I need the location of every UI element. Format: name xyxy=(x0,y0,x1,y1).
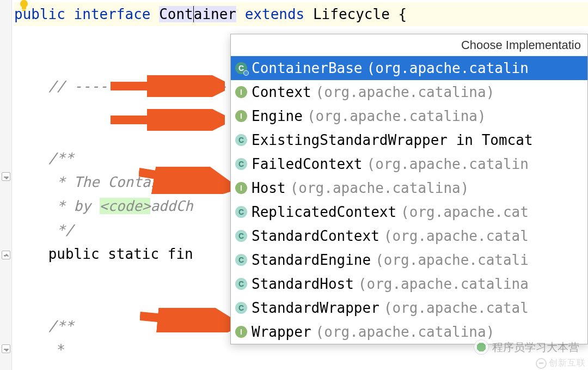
class-icon: C xyxy=(235,230,247,242)
javadoc-open: /** xyxy=(48,318,74,334)
watermark-text: 程序员学习大本营 xyxy=(492,340,579,355)
annotation-arrow xyxy=(139,167,231,194)
item-package: (org.apache.catalin xyxy=(367,156,529,172)
item-package: (org.apache.catalina) xyxy=(316,84,495,100)
popup-title: Choose Implementatio xyxy=(231,34,587,56)
interface-icon: I xyxy=(235,110,247,122)
item-name: StandardWrapper xyxy=(252,300,379,316)
code-tag: <code> xyxy=(100,198,151,214)
brand-logo-icon xyxy=(536,358,547,369)
popup-item[interactable]: CFailedContext (org.apache.catalin xyxy=(231,152,587,176)
interface-icon: I xyxy=(235,86,247,98)
lightbulb-icon[interactable] xyxy=(17,0,30,12)
annotation-arrow xyxy=(111,109,225,131)
svg-line-3 xyxy=(139,172,223,186)
javadoc-close: */ xyxy=(48,222,74,238)
item-package: (org.apache.catalina) xyxy=(316,324,495,340)
item-package: (org.apache.catali xyxy=(375,252,529,268)
keyword: interface xyxy=(74,6,151,22)
interface-icon: I xyxy=(235,182,247,194)
item-name: Context xyxy=(252,84,311,100)
class-icon: C xyxy=(235,134,247,146)
item-name: StandardContext xyxy=(252,228,379,244)
popup-item[interactable]: IHost (org.apache.catalina) xyxy=(231,176,587,200)
choose-implementation-popup: Choose Implementatio CContainerBase (org… xyxy=(230,34,588,344)
text: * by xyxy=(48,198,100,214)
item-name: ReplicatedContext xyxy=(252,204,396,220)
asterisk: * xyxy=(57,342,65,358)
code-line[interactable]: public interface Container extends Lifec… xyxy=(14,2,588,26)
popup-item[interactable]: CContainerBase (org.apache.catalin xyxy=(231,56,587,80)
class-icon: C xyxy=(235,158,247,170)
javadoc-line: * by <code>addCh xyxy=(48,198,193,214)
text-cursor xyxy=(193,6,194,22)
popup-item[interactable]: IContext (org.apache.catalina) xyxy=(231,80,587,104)
item-package: (org.apache.catal xyxy=(384,228,529,244)
annotation-arrow xyxy=(140,308,235,332)
popup-item[interactable]: CStandardContext (org.apache.catal xyxy=(231,224,587,248)
popup-item[interactable]: CStandardWrapper (org.apache.catal xyxy=(231,296,587,320)
class-icon: C xyxy=(235,254,247,266)
item-name: StandardEngine xyxy=(252,252,371,268)
svg-line-4 xyxy=(140,316,227,324)
popup-item[interactable]: CExistingStandardWrapper in Tomcat xyxy=(231,128,587,152)
item-name: ContainerBase xyxy=(252,60,363,76)
item-name: ExistingStandardWrapper in Tomcat xyxy=(252,132,533,148)
brace: { xyxy=(390,6,407,22)
item-package: (org.apache.catalina) xyxy=(290,180,469,196)
svg-rect-0 xyxy=(22,10,26,11)
popup-list: CContainerBase (org.apache.catalinIConte… xyxy=(231,56,587,344)
popup-item[interactable]: CStandardEngine (org.apache.catali xyxy=(231,248,587,272)
item-name: FailedContext xyxy=(252,156,363,172)
identifier: Container xyxy=(159,6,236,22)
item-package: (org.apache.catalina) xyxy=(307,108,486,124)
item-name: StandardHost xyxy=(252,276,354,292)
override-mark-icon xyxy=(243,70,249,76)
brand-watermark: 创新互联 xyxy=(536,357,586,369)
item-package: (org.apache.cat xyxy=(401,204,529,220)
text: Cont xyxy=(159,6,193,22)
text: ainer xyxy=(194,6,236,22)
keyword: extends xyxy=(245,6,305,22)
watermark: 程序员学习大本营 xyxy=(474,339,579,355)
item-package: (org.apache.catal xyxy=(384,300,529,316)
popup-item[interactable]: IEngine (org.apache.catalina) xyxy=(231,104,587,128)
class-icon: C xyxy=(235,302,247,314)
item-package: (org.apache.catalin xyxy=(367,60,529,76)
item-name: Wrapper xyxy=(252,324,311,340)
class-icon: C xyxy=(235,62,247,74)
class-icon: C xyxy=(235,278,247,290)
popup-item[interactable]: CReplicatedContext (org.apache.cat xyxy=(231,200,587,224)
brand-text: 创新互联 xyxy=(549,357,586,369)
item-name: Engine xyxy=(252,108,303,124)
class-icon: C xyxy=(235,206,247,218)
item-package: (org.apache.catalina xyxy=(358,276,529,292)
watermark-logo-icon xyxy=(474,339,489,355)
item-name: Host xyxy=(252,180,286,196)
text: addCh xyxy=(150,198,193,214)
annotation-arrow xyxy=(111,75,225,97)
popup-item[interactable]: CStandardHost (org.apache.catalina xyxy=(231,272,587,296)
javadoc-open: /** xyxy=(48,150,74,166)
identifier: Lifecycle xyxy=(313,6,390,22)
interface-icon: I xyxy=(235,326,247,338)
code: public static fin xyxy=(48,246,193,262)
